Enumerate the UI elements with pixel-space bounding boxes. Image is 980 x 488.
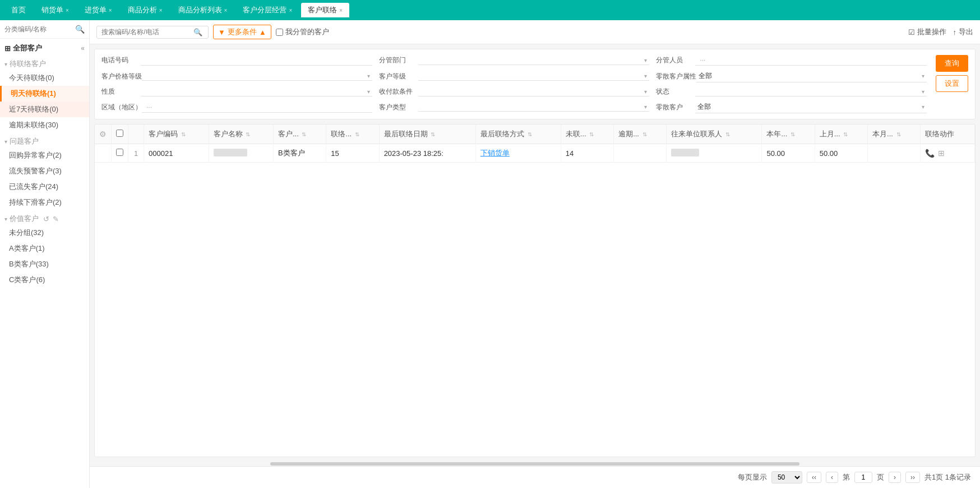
grid-action-icon[interactable]: ⊞ — [938, 149, 945, 158]
sort-icon-last-month[interactable]: ⇅ — [843, 131, 848, 137]
nav-customer-tier[interactable]: 客户分层经营 × — [236, 3, 299, 17]
sidebar-item-tomorrow-pending[interactable]: 明天待联络(1) — [0, 86, 89, 102]
sort-icon-overdue[interactable]: ⇅ — [642, 131, 647, 137]
my-customers-checkbox[interactable] — [276, 29, 283, 36]
filter-customer-level-select[interactable]: ▾ — [418, 72, 650, 81]
sidebar-item-declining[interactable]: 持续下滑客户(2) — [0, 195, 89, 210]
sidebar-group-value[interactable]: ▾ 价值客户 ↺ ✎ — [0, 210, 89, 225]
dots-icon-region[interactable]: ··· — [146, 103, 152, 111]
filter-scatter-customer-select[interactable]: 全部 ▾ — [695, 101, 927, 113]
sort-icon-type[interactable]: ⇅ — [302, 131, 306, 137]
more-filter-button[interactable]: ▼ 更多条件 ▲ — [213, 25, 271, 39]
export-button[interactable]: ↑ 导出 — [953, 27, 974, 37]
filter-nature-select[interactable]: ▾ — [141, 88, 372, 96]
nav-customer-contact[interactable]: 客户联络 × — [301, 3, 349, 17]
chevron-down-icon-scatter: ▾ — [922, 73, 924, 79]
main-search-input[interactable] — [101, 28, 191, 36]
nav-home[interactable]: 首页 — [4, 3, 33, 17]
nav-product-analysis[interactable]: 商品分析 × — [121, 3, 169, 17]
sidebar-search-input[interactable] — [4, 25, 73, 33]
nav-close-product-analysis[interactable]: × — [159, 7, 163, 13]
sidebar-group-problem[interactable]: ▾ 问题客户 — [0, 133, 89, 148]
query-button[interactable]: 查询 — [936, 55, 968, 72]
sidebar-search-icon[interactable]: 🔍 — [75, 25, 85, 34]
total-records-label: 共1页 1条记录 — [924, 472, 971, 482]
filter-manager-input[interactable]: ··· — [695, 55, 927, 66]
nav-close-product-analysis-list[interactable]: × — [224, 7, 228, 13]
row-checkbox — [112, 144, 128, 163]
gear-icon[interactable]: ⚙ — [99, 130, 107, 139]
sort-icon-not-contacted[interactable]: ⇅ — [589, 131, 594, 137]
sort-icon-contact[interactable]: ⇅ — [355, 131, 359, 137]
first-page-button[interactable]: ‹‹ — [807, 472, 821, 483]
sidebar-item-churn-warning[interactable]: 流失预警客户(3) — [0, 163, 89, 179]
nav-sales-order[interactable]: 销货单 × — [35, 3, 76, 17]
batch-operation-button[interactable]: ☑ 批量操作 — [908, 27, 946, 37]
col-customer-type: 客户... ⇅ — [274, 125, 326, 144]
sidebar-item-class-a[interactable]: A类客户(1) — [0, 241, 89, 256]
nav-close-purchase-order[interactable]: × — [109, 7, 112, 13]
row-contact-count: 15 — [326, 144, 379, 163]
sidebar-item-overdue-pending[interactable]: 逾期未联络(30) — [0, 117, 89, 133]
sort-icon-method[interactable]: ⇅ — [528, 131, 532, 137]
sort-icon-this-month[interactable]: ⇅ — [896, 131, 901, 137]
nav-close-customer-contact[interactable]: × — [339, 7, 343, 13]
sidebar-item-ungrouped[interactable]: 未分组(32) — [0, 225, 89, 241]
filter-dept: 分管部门 ▾ — [379, 56, 650, 65]
row-name-masked — [214, 149, 247, 156]
toolbar-right: ☑ 批量操作 ↑ 导出 — [908, 27, 974, 37]
filter-price-level: 客户价格等级 ▾ — [101, 72, 372, 81]
sort-icon-name[interactable]: ⇅ — [246, 131, 250, 137]
search-box[interactable]: 🔍 — [96, 26, 209, 39]
col-customer-name: 客户名称 ⇅ — [209, 125, 274, 144]
filter-region-input[interactable]: ··· — [142, 102, 372, 113]
my-customers-checkbox-label[interactable]: 我分管的客户 — [276, 27, 329, 37]
nav-purchase-order[interactable]: 进货单 × — [78, 3, 119, 17]
per-page-select[interactable]: 50 100 200 — [771, 471, 802, 484]
filter-customer-type: 客户类型 ▾ — [379, 103, 650, 112]
row-last-method-link[interactable]: 下销货单 — [480, 149, 510, 157]
sidebar-item-today-pending[interactable]: 今天待联络(0) — [0, 70, 89, 86]
sort-icon-date[interactable]: ⇅ — [431, 131, 435, 137]
filter-scatter-attr-select[interactable]: 全部 ▾ — [696, 70, 927, 82]
main-search-icon[interactable]: 🔍 — [193, 28, 202, 36]
sidebar-item-abnormal-repurchase[interactable]: 回购异常客户(2) — [0, 148, 89, 163]
select-all-checkbox[interactable] — [116, 130, 123, 137]
filter-payment-select[interactable]: ▾ — [418, 88, 650, 96]
dots-icon-manager[interactable]: ··· — [700, 56, 705, 64]
filter-dept-select[interactable]: ▾ — [418, 56, 650, 65]
filter-status-select[interactable]: ▾ — [695, 88, 927, 96]
next-page-button[interactable]: › — [889, 472, 901, 483]
toolbar: 🔍 ▼ 更多条件 ▲ 我分管的客户 ☑ 批量操作 ↑ 导出 — [90, 20, 980, 44]
filter-nature: 性质 ▾ — [101, 87, 372, 96]
last-page-button[interactable]: ›› — [905, 472, 920, 483]
prev-page-button[interactable]: ‹ — [826, 472, 838, 483]
refresh-icon[interactable]: ↺ — [43, 215, 49, 223]
sidebar-item-churned[interactable]: 已流失客户(24) — [0, 179, 89, 195]
scrollbar-thumb[interactable] — [270, 462, 799, 466]
filter-customer-type-select[interactable]: ▾ — [418, 103, 650, 112]
edit-icon[interactable]: ✎ — [53, 215, 59, 223]
sidebar-all-customers-header[interactable]: ⊞ 全部客户 « — [0, 39, 89, 56]
filter-row-4: 区域（地区） ··· 客户类型 ▾ 零散客户 — [101, 101, 927, 113]
sort-icon-code[interactable]: ⇅ — [181, 131, 186, 137]
sidebar-search-box[interactable]: 🔍 — [0, 20, 89, 39]
sidebar-item-class-c[interactable]: C类客户(6) — [0, 272, 89, 288]
filter-scatter-attr-value: 全部 — [699, 71, 712, 81]
sidebar-item-class-b[interactable]: B类客户(33) — [0, 256, 89, 272]
filter-price-level-select[interactable]: ▾ — [142, 72, 372, 81]
sidebar-group-pending[interactable]: ▾ 待联络客户 — [0, 56, 89, 70]
nav-close-sales-order[interactable]: × — [66, 7, 69, 13]
row-select-checkbox[interactable] — [116, 149, 123, 156]
filter-phone-input[interactable] — [141, 55, 372, 66]
sidebar-item-7days-pending[interactable]: 近7天待联络(0) — [0, 102, 89, 117]
sort-icon-unit-contact[interactable]: ⇅ — [725, 131, 730, 137]
phone-action-icon[interactable]: 📞 — [925, 149, 935, 158]
page-input[interactable] — [854, 472, 872, 483]
sort-icon-this-year[interactable]: ⇅ — [791, 131, 795, 137]
set-button[interactable]: 设置 — [936, 75, 968, 92]
nav-close-customer-tier[interactable]: × — [289, 7, 292, 13]
sidebar-collapse-icon[interactable]: « — [81, 44, 85, 52]
nav-product-analysis-list[interactable]: 商品分析列表 × — [172, 3, 234, 17]
horizontal-scrollbar[interactable] — [94, 462, 976, 466]
